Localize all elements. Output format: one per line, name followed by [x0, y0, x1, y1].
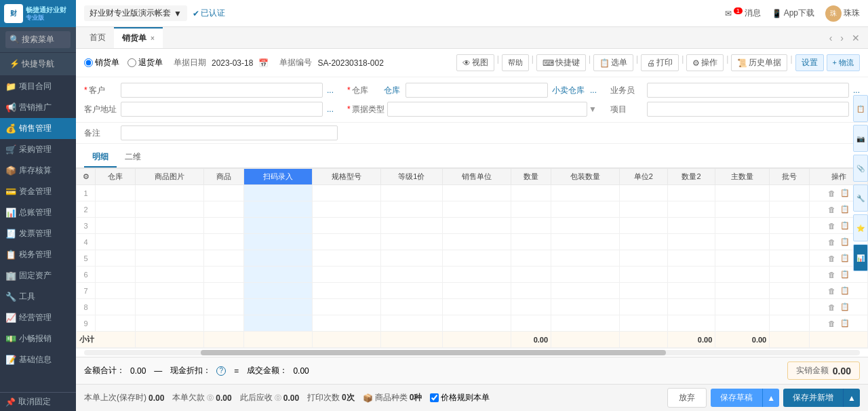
- row-qty[interactable]: [511, 218, 551, 234]
- save-new-button[interactable]: 保存并新增: [783, 389, 843, 407]
- select-button[interactable]: 📋 选单: [593, 54, 633, 71]
- tab-home[interactable]: 首页: [81, 28, 114, 47]
- row-sales-unit[interactable]: [443, 315, 511, 332]
- row-qty[interactable]: [511, 234, 551, 250]
- row-product[interactable]: [203, 267, 243, 283]
- right-panel-btn-5[interactable]: ⭐: [853, 214, 868, 241]
- row-qty2[interactable]: [667, 267, 715, 283]
- row-sales-unit[interactable]: [443, 218, 511, 234]
- row-main-qty[interactable]: [715, 250, 770, 267]
- print-button[interactable]: 🖨 打印: [641, 54, 679, 71]
- sidebar-item-reports[interactable]: 💵 小畅报销: [0, 328, 76, 349]
- sidebar-item-sales[interactable]: 💰 销售管理: [0, 118, 76, 139]
- row-main-qty[interactable]: [715, 299, 770, 315]
- row-batch-import[interactable]: [243, 283, 312, 299]
- row-copy-button[interactable]: 📋: [839, 253, 851, 263]
- row-batch-no[interactable]: [770, 299, 810, 315]
- row-delete-button[interactable]: 🗑: [827, 205, 837, 214]
- th-batch-import[interactable]: 扫码录入: [243, 169, 312, 185]
- row-warehouse[interactable]: [96, 185, 136, 201]
- row-sales-unit[interactable]: [443, 185, 511, 201]
- remark-input[interactable]: [121, 125, 338, 140]
- row-product[interactable]: [203, 315, 243, 332]
- search-menu-button[interactable]: 🔍 搜索菜单: [5, 31, 71, 48]
- row-batch-import[interactable]: [243, 185, 312, 201]
- row-qty2[interactable]: [667, 315, 715, 332]
- row-product-img[interactable]: [136, 185, 204, 201]
- sidebar-item-inventory[interactable]: 📦 库存核算: [0, 160, 76, 181]
- row-product-img[interactable]: [136, 315, 204, 332]
- row-sales-unit[interactable]: [443, 234, 511, 250]
- row-batch-import[interactable]: [243, 218, 312, 234]
- scrollbar-thumb[interactable]: [201, 350, 666, 355]
- right-panel-btn-2[interactable]: 📷: [853, 125, 868, 152]
- row-product-img[interactable]: [136, 299, 204, 315]
- operate-button[interactable]: ⚙ 操作: [686, 54, 724, 71]
- row-main-qty[interactable]: [715, 234, 770, 250]
- row-batch-no[interactable]: [770, 267, 810, 283]
- row-batch-no[interactable]: [770, 234, 810, 250]
- row-delete-button[interactable]: 🗑: [827, 319, 837, 328]
- row-qty[interactable]: [511, 250, 551, 267]
- row-product-img[interactable]: [136, 218, 204, 234]
- row-pack-qty[interactable]: [551, 315, 620, 332]
- save-draft-arrow-button[interactable]: ▲: [762, 389, 779, 407]
- row-delete-button[interactable]: 🗑: [827, 302, 837, 312]
- tab-sales-order[interactable]: 销货单 ×: [114, 27, 163, 48]
- row-batch-no[interactable]: [770, 201, 810, 218]
- row-sales-unit[interactable]: [443, 299, 511, 315]
- row-spec[interactable]: [312, 315, 380, 332]
- customer-input[interactable]: [121, 83, 323, 98]
- sidebar-search-area[interactable]: 🔍 搜索菜单: [0, 27, 76, 52]
- sidebar-item-fixed-assets[interactable]: 🏢 固定资产: [0, 265, 76, 286]
- row-copy-button[interactable]: 📋: [839, 220, 851, 231]
- row-product-img[interactable]: [136, 267, 204, 283]
- shortcut-button[interactable]: ⌨ 快捷键: [536, 54, 586, 71]
- row-copy-button[interactable]: 📋: [839, 318, 851, 328]
- row-product[interactable]: [203, 250, 243, 267]
- row-spec[interactable]: [312, 234, 380, 250]
- row-unit2[interactable]: [619, 315, 667, 332]
- save-draft-button[interactable]: 保存草稿: [711, 389, 762, 407]
- row-product[interactable]: [203, 234, 243, 250]
- row-batch-no[interactable]: [770, 315, 810, 332]
- sidebar-item-basic-info[interactable]: 📝 基础信息: [0, 349, 76, 370]
- row-sales-unit[interactable]: [443, 267, 511, 283]
- row-product[interactable]: [203, 218, 243, 234]
- row-warehouse[interactable]: [96, 283, 136, 299]
- tab-qr[interactable]: 二维: [117, 148, 149, 168]
- invoice-input[interactable]: 不开票: [387, 102, 587, 117]
- row-spec[interactable]: [312, 201, 380, 218]
- row-copy-button[interactable]: 📋: [839, 188, 851, 198]
- row-unit2[interactable]: [619, 283, 667, 299]
- warehouse-select-icon[interactable]: ...: [590, 85, 597, 95]
- sidebar-item-marketing[interactable]: 📢 营销推广: [0, 97, 76, 118]
- sidebar-item-tax[interactable]: 📋 税务管理: [0, 244, 76, 265]
- right-panel-btn-6[interactable]: 📊: [853, 244, 868, 271]
- row-price[interactable]: [380, 218, 443, 234]
- order-date-value[interactable]: 2023-03-18: [212, 58, 253, 68]
- right-panel-btn-3[interactable]: 📎: [853, 155, 868, 182]
- row-product[interactable]: [203, 299, 243, 315]
- sidebar-item-accounting[interactable]: 📊 总账管理: [0, 202, 76, 223]
- row-pack-qty[interactable]: [551, 267, 620, 283]
- horizontal-scrollbar[interactable]: [84, 350, 860, 355]
- row-batch-import[interactable]: [243, 267, 312, 283]
- row-spec[interactable]: [312, 250, 380, 267]
- quick-nav-button[interactable]: ⚡ 快捷导航: [5, 56, 71, 73]
- row-product-img[interactable]: [136, 250, 204, 267]
- row-qty2[interactable]: [667, 201, 715, 218]
- row-price[interactable]: [380, 267, 443, 283]
- sidebar-item-project[interactable]: 📁 项目合同: [0, 76, 76, 97]
- setup-button[interactable]: 设置: [795, 54, 824, 71]
- salesman-select-icon[interactable]: ...: [853, 85, 860, 95]
- return-order-radio[interactable]: 退货单: [127, 57, 163, 68]
- row-product-img[interactable]: [136, 283, 204, 299]
- history-button[interactable]: 📜 历史单据: [731, 54, 787, 71]
- company-selector[interactable]: 好业财专业版演示帐套 ▼: [84, 5, 187, 21]
- customer-address-input[interactable]: [121, 102, 323, 117]
- row-main-qty[interactable]: [715, 218, 770, 234]
- row-sales-unit[interactable]: [443, 201, 511, 218]
- row-qty[interactable]: [511, 185, 551, 201]
- row-warehouse[interactable]: [96, 250, 136, 267]
